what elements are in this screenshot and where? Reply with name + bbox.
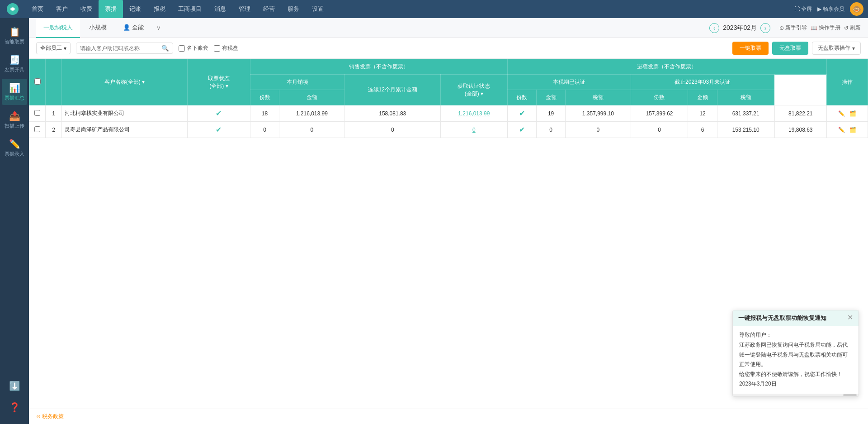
nav-fee[interactable]: 收费 [74, 0, 99, 18]
row2-actions: ✏️ 🗂️ [826, 122, 868, 138]
nav-tax[interactable]: 报税 [147, 0, 172, 18]
row1-status: ✔ [187, 105, 250, 122]
top-navigation: 首页 客户 收费 票据 记账 报税 工商项目 消息 管理 经营 服务 设置 ⛶ … [0, 0, 868, 18]
manual-button[interactable]: 📖 操作手册 [811, 24, 840, 32]
sidebar-item-scan-upload[interactable]: 📤 扫描上传 [2, 107, 27, 133]
notification-popup: 一键报税与无盘取票功能恢复通知 ✕ 尊敬的用户： 江苏政务网已恢复访问电子税务局… [732, 310, 859, 397]
sidebar-item-smart-ticket-label: 智能取票 [5, 38, 24, 45]
sidebar-item-smart-ticket[interactable]: 📋 智能取票 [2, 23, 27, 49]
row2-cert-amount: 0 [566, 122, 631, 138]
nav-service[interactable]: 服务 [281, 0, 306, 18]
under-account-checkbox[interactable]: 名下账套 [179, 44, 208, 52]
date-navigation: ‹ 2023年02月 › [709, 23, 770, 33]
notification-content: 尊敬的用户： 江苏政务网已恢复访问电子税务局功能，易代账一键登陆电子税务局与无盘… [739, 330, 852, 389]
member-button[interactable]: ▶ 畅享会员 [817, 5, 844, 13]
row2-check-input[interactable] [34, 126, 40, 132]
row2-cert-status-icon: ✔ [519, 126, 525, 133]
has-tax-disk-input[interactable] [214, 45, 220, 52]
nav-manage[interactable]: 管理 [232, 0, 257, 18]
nav-invoice[interactable]: 票据 [99, 0, 123, 18]
nav-message[interactable]: 消息 [208, 0, 232, 18]
new-guide-button[interactable]: ⊙ 新手引导 [779, 24, 807, 32]
employee-select[interactable]: 全部员工 ▾ [36, 42, 71, 54]
notification-header: 一键报税与无盘取票功能恢复通知 ✕ [733, 310, 859, 326]
row2-sales-count: 0 [250, 122, 279, 138]
row1-sales-amount: 1,216,013.99 [279, 105, 344, 122]
nav-accounting[interactable]: 记账 [123, 0, 147, 18]
row1-view-icon[interactable]: 🗂️ [849, 110, 856, 117]
row2-sales-amount: 0 [279, 122, 344, 138]
refresh-icon: ↺ [844, 25, 849, 31]
sidebar: 📋 智能取票 🧾 发票开具 📊 票据汇总 📤 扫描上传 ✏️ 票据录入 ⬇️ ❓ [0, 18, 29, 424]
row2-cert-tax: 0 [631, 122, 688, 138]
row1-cumulative[interactable]: 1,216,013.99 [441, 105, 508, 122]
row1-status-icon: ✔ [216, 110, 222, 117]
refresh-button[interactable]: ↺ 刷新 [844, 24, 861, 32]
sidebar-item-help[interactable]: ❓ [2, 398, 27, 418]
tab-general-taxpayer[interactable]: 一般纳税人 [36, 18, 80, 38]
tab-all-capable[interactable]: 👤 全能 [116, 18, 151, 38]
date-next-button[interactable]: › [760, 23, 770, 33]
cert-status-filter-icon[interactable]: ▾ [481, 91, 483, 97]
date-prev-button[interactable]: ‹ [709, 23, 719, 33]
tab-small-scale-label: 小规模 [89, 24, 107, 32]
th-sales-count: 份数 [250, 90, 279, 105]
th-uncert-amount: 金额 [688, 90, 717, 105]
one-key-get-button[interactable]: 一键取票 [732, 42, 769, 55]
nav-home[interactable]: 首页 [25, 0, 50, 18]
help-icon: ❓ [9, 402, 20, 413]
row1-cert-count: 19 [536, 105, 565, 122]
nav-settings[interactable]: 设置 [306, 0, 330, 18]
th-cert-status: 获取认证状态(全部) ▾ [441, 75, 508, 105]
select-all-checkbox[interactable] [34, 78, 41, 85]
row2-edit-icon[interactable]: ✏️ [838, 127, 845, 133]
row2-uncert-tax: 19,808.63 [774, 122, 826, 138]
row2-view-icon[interactable]: 🗂️ [849, 127, 856, 133]
customer-filter-icon[interactable]: ▾ [142, 79, 145, 85]
nav-items: 首页 客户 收费 票据 记账 报税 工商项目 消息 管理 经营 服务 设置 [25, 0, 794, 18]
row2-uncert-count: 6 [688, 122, 717, 138]
tab-small-scale[interactable]: 小规模 [82, 18, 114, 38]
nav-operation[interactable]: 经营 [257, 0, 281, 18]
row2-cumulative-link[interactable]: 0 [472, 127, 476, 133]
tax-policy-link[interactable]: ⊙ 税务政策 [36, 413, 64, 419]
row1-check-input[interactable] [34, 110, 40, 116]
row1-sales-count: 18 [250, 105, 279, 122]
has-tax-disk-checkbox[interactable]: 有税盘 [214, 44, 238, 52]
tab-more-button[interactable]: ∨ [153, 18, 165, 38]
sidebar-item-invoice-entry[interactable]: ✏️ 票据录入 [2, 135, 27, 161]
th-purchase-invoice-group: 进项发票（不含作废票） [507, 59, 826, 75]
table-row: 2 灵寿县尚泽矿产品有限公司 ✔ 0 0 0 0 ✔ 0 0 0 6 153,2… [29, 122, 868, 138]
fullscreen-button[interactable]: ⛶ 全屏 [794, 5, 812, 13]
sidebar-item-invoice-summary[interactable]: 📊 票据汇总 [2, 79, 27, 105]
cert-status-label: 获取认证状态(全部) [458, 83, 490, 97]
row1-edit-icon[interactable]: ✏️ [838, 110, 845, 117]
th-certified-amount: 金额 [536, 90, 565, 105]
row2-cumulative[interactable]: 0 [441, 122, 508, 138]
th-uncert-count: 份数 [631, 90, 688, 105]
search-button[interactable]: 🔍 [158, 43, 173, 53]
row1-cert-status: ✔ [507, 105, 536, 122]
row1-checkbox [29, 105, 46, 122]
search-input[interactable] [76, 43, 158, 53]
row1-cumulative-link[interactable]: 1,216,013.99 [458, 110, 490, 117]
notification-close-button[interactable]: ✕ [847, 314, 853, 321]
row2-checkbox [29, 122, 46, 138]
sidebar-item-invoice-open[interactable]: 🧾 发票开具 [2, 51, 27, 77]
no-disc-operation-button[interactable]: 无盘取票操作 ▾ [812, 42, 861, 55]
sidebar-item-download[interactable]: ⬇️ [2, 377, 27, 396]
row1-actions: ✏️ 🗂️ [826, 105, 868, 122]
th-customer-name: 客户名称(全部) ▾ [62, 59, 188, 105]
scan-upload-icon: 📤 [9, 110, 20, 121]
svg-point-1 [11, 8, 14, 10]
nav-business[interactable]: 工商项目 [172, 0, 208, 18]
th-monthly-sales: 本月销项 [250, 75, 344, 90]
under-account-input[interactable] [179, 45, 185, 52]
no-disc-get-button[interactable]: 无盘取票 [772, 42, 808, 55]
user-avatar[interactable]: 🐵 [850, 2, 863, 16]
search-box: 🔍 [76, 43, 173, 54]
get-status-filter-icon[interactable]: ▾ [226, 83, 228, 89]
nav-customer[interactable]: 客户 [50, 0, 74, 18]
row1-name: 河北柯搴桟实业有限公司 [62, 105, 188, 122]
row1-cert-status-icon: ✔ [519, 110, 525, 117]
